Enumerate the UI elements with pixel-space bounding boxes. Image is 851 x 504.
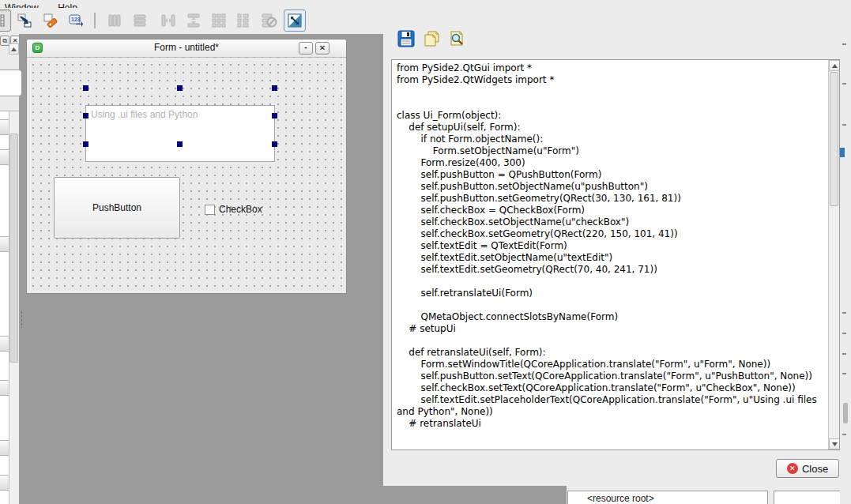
save-icon <box>397 30 415 47</box>
tree-branch-mark <box>842 83 846 85</box>
tree-branch-mark <box>842 43 846 45</box>
edit-widgets-button[interactable] <box>0 9 11 32</box>
designer-pushbutton[interactable]: PushButton <box>54 177 180 239</box>
toolbar-separator <box>94 13 96 28</box>
edit-signals-slots-button[interactable] <box>13 9 36 32</box>
edit-signals-slots-icon <box>17 13 32 28</box>
widget-filter-input[interactable] <box>0 70 22 96</box>
form-window-titlebar[interactable]: D Form - untitled* - ✕ <box>27 39 346 58</box>
edit-widgets-icon <box>0 14 6 27</box>
break-layout-icon <box>262 13 277 28</box>
layout-grid-button[interactable] <box>208 9 230 32</box>
tree-branch-mark <box>842 333 846 334</box>
edit-tab-order-button[interactable]: 123 <box>65 9 87 32</box>
selection-handle-bottom-mid[interactable] <box>177 141 183 147</box>
resource-root-item[interactable]: <resource root> <box>567 491 768 504</box>
code-view[interactable]: from PySide2.QtGui import * from PySide2… <box>391 59 840 450</box>
scrollbar-up-icon[interactable] <box>9 43 19 55</box>
edit-tab-order-icon: 123 <box>69 13 83 28</box>
tree-branch-mark <box>842 434 846 435</box>
edit-buddies-icon <box>43 13 58 28</box>
designer-textedit[interactable]: Using .ui files and Python <box>85 105 275 162</box>
layout-vertically-icon <box>133 13 147 28</box>
close-circle-icon: ✕ <box>787 463 798 474</box>
adjust-size-button[interactable] <box>284 9 306 32</box>
scrollbar-thumb[interactable] <box>843 403 848 423</box>
layout-vertical-splitter-icon <box>186 13 201 28</box>
code-preview-dialog: from PySide2.QtGui import * from PySide2… <box>383 22 840 486</box>
selection-handle-bottom-left[interactable] <box>83 141 88 147</box>
close-button-label: Close <box>802 463 828 475</box>
checkbox-indicator[interactable] <box>205 205 215 215</box>
layout-vertical-splitter-button[interactable] <box>183 9 205 32</box>
scrollbar-down-icon[interactable] <box>829 438 840 449</box>
layout-horizontally-icon <box>107 13 122 28</box>
selection-handle-mid-left[interactable] <box>83 113 88 118</box>
widget-box-scrollbar-thumb[interactable] <box>9 134 18 363</box>
mdi-background-bottom <box>383 486 567 504</box>
float-icon: ⧉ <box>2 37 7 44</box>
svg-text:123: 123 <box>71 17 81 22</box>
pushbutton-label: PushButton <box>92 202 141 213</box>
selection-handle-mid-right[interactable] <box>272 113 277 118</box>
save-button[interactable] <box>396 28 416 49</box>
layout-form-icon <box>237 13 250 28</box>
selection-handle-top-left[interactable] <box>83 85 88 91</box>
form-minimize-button[interactable]: - <box>299 42 313 55</box>
break-layout-button[interactable] <box>258 9 281 32</box>
selection-handle-top-right[interactable] <box>272 85 277 91</box>
widget-box-panel: ⧉ ✕ <box>0 34 19 504</box>
code-scrollbar[interactable] <box>828 60 839 449</box>
scrollbar-up-icon[interactable] <box>829 60 840 71</box>
splitter-handle[interactable] <box>21 310 23 328</box>
find-button[interactable] <box>446 28 467 49</box>
tree-branch-mark <box>842 353 846 355</box>
generated-python-code: from PySide2.QtGui import * from PySide2… <box>392 60 828 432</box>
selection-handle-top-mid[interactable] <box>177 85 183 91</box>
form-canvas[interactable]: Using .ui files and Python PushButton Ch… <box>27 57 346 293</box>
layout-vertically-button[interactable] <box>129 9 151 32</box>
selected-row-edge <box>840 148 845 157</box>
layout-grid-icon <box>212 13 226 28</box>
find-icon <box>448 30 465 47</box>
adjust-size-icon <box>288 13 302 28</box>
checkbox-label: CheckBox <box>219 204 262 215</box>
copy-button[interactable] <box>421 28 442 49</box>
property-editor-edge <box>840 8 851 504</box>
textedit-placeholder: Using .ui files and Python <box>86 106 274 123</box>
layout-horizontal-splitter-icon <box>161 13 175 28</box>
resource-root-label: <resource root> <box>587 493 654 504</box>
layout-horizontal-splitter-button[interactable] <box>157 9 179 32</box>
copy-icon <box>423 30 440 47</box>
form-close-button[interactable]: ✕ <box>315 42 329 55</box>
edit-buddies-button[interactable] <box>40 9 62 32</box>
tree-branch-mark <box>842 373 846 374</box>
tree-branch-mark <box>842 124 846 126</box>
selection-handle-bottom-right[interactable] <box>272 141 277 147</box>
tree-branch-mark <box>842 312 846 314</box>
widget-box-list[interactable] <box>0 111 19 504</box>
layout-form-button[interactable] <box>232 9 254 32</box>
code-scrollbar-thumb[interactable] <box>830 72 838 206</box>
close-button[interactable]: ✕ Close <box>776 459 839 478</box>
layout-horizontally-button[interactable] <box>104 9 126 32</box>
form-editor-window: D Form - untitled* - ✕ Using .ui files a… <box>26 39 347 294</box>
designer-checkbox[interactable]: CheckBox <box>205 204 262 215</box>
